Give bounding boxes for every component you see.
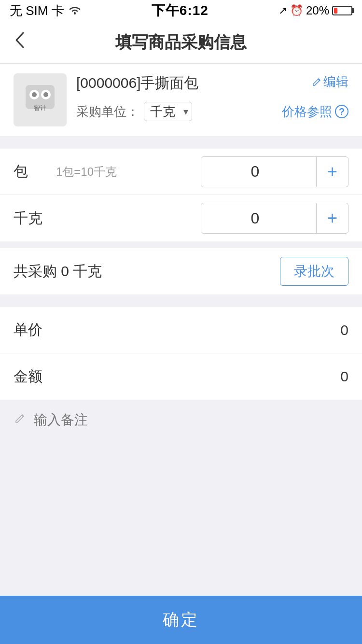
alarm-icon: ⏰ <box>290 4 303 17</box>
price-ref-icon: ? <box>335 105 348 118</box>
carrier-text: 无 SIM 卡 <box>10 2 64 19</box>
divider-1 <box>0 142 362 149</box>
status-time: 下午6:12 <box>152 1 209 20</box>
unit-price-value: 0 <box>340 322 348 338</box>
kg-row: 千克 + <box>0 195 362 241</box>
svg-point-4 <box>32 92 37 97</box>
divider-2 <box>0 241 362 248</box>
battery-percent: 20% <box>306 4 329 17</box>
confirm-button-label: 确定 <box>163 609 199 631</box>
amount-label: 金额 <box>14 367 42 387</box>
summary-text: 共采购 0 千克 <box>14 262 102 281</box>
unit-label: 采购单位： <box>76 103 139 120</box>
product-image: 智计 <box>14 73 67 126</box>
main-content <box>0 440 362 596</box>
product-name: [0000006]手撕面包 <box>76 73 198 93</box>
summary-row: 共采购 0 千克 录批次 <box>0 248 362 294</box>
price-section: 单价 0 金额 0 <box>0 307 362 400</box>
bag-sublabel: 1包=10千克 <box>56 164 201 180</box>
price-ref-button[interactable]: 价格参照 ? <box>282 103 348 120</box>
svg-point-5 <box>43 92 48 97</box>
kg-label: 千克 <box>14 209 52 228</box>
edit-button[interactable]: 编辑 <box>312 73 348 90</box>
kg-input[interactable] <box>201 203 317 234</box>
svg-text:智计: 智计 <box>34 104 46 112</box>
bag-input-group: + <box>201 156 348 187</box>
location-icon: ↗ <box>278 4 287 17</box>
divider-3 <box>0 294 362 301</box>
status-right: ↗ ⏰ 20% <box>278 4 352 17</box>
summary-section: 共采购 0 千克 录批次 <box>0 248 362 294</box>
remark-icon <box>14 411 27 428</box>
unit-select[interactable]: 千克 <box>144 102 192 121</box>
back-button[interactable] <box>14 31 25 54</box>
amount-row: 金额 0 <box>0 353 362 400</box>
batch-button[interactable]: 录批次 <box>280 257 348 286</box>
bag-label: 包 <box>14 162 52 182</box>
kg-plus-button[interactable]: + <box>317 203 348 234</box>
kg-input-group: + <box>201 203 348 234</box>
unit-price-label: 单价 <box>14 320 42 340</box>
bag-input[interactable] <box>201 156 317 187</box>
input-section: 包 1包=10千克 + 千克 + <box>0 149 362 241</box>
remark-input[interactable] <box>34 412 348 428</box>
wifi-icon <box>68 3 82 18</box>
bag-row: 包 1包=10千克 + <box>0 149 362 195</box>
product-logo: 智计 <box>21 81 59 119</box>
status-bar: 无 SIM 卡 下午6:12 ↗ ⏰ 20% <box>0 0 362 21</box>
remark-section <box>0 400 362 440</box>
battery-icon <box>332 6 352 15</box>
status-left: 无 SIM 卡 <box>10 2 82 19</box>
amount-value: 0 <box>340 368 348 385</box>
unit-select-wrapper[interactable]: 千克 <box>144 102 192 121</box>
bag-plus-button[interactable]: + <box>317 156 348 187</box>
product-section: 智计 [0000006]手撕面包 编辑 采购单位： 千克 <box>0 64 362 136</box>
svg-point-0 <box>74 13 76 14</box>
product-info: [0000006]手撕面包 编辑 采购单位： 千克 价格参照 <box>76 73 348 121</box>
nav-bar: 填写商品采购信息 <box>0 21 362 64</box>
page-title: 填写商品采购信息 <box>115 31 247 54</box>
unit-price-row: 单价 0 <box>0 307 362 353</box>
confirm-button[interactable]: 确定 <box>0 596 362 644</box>
